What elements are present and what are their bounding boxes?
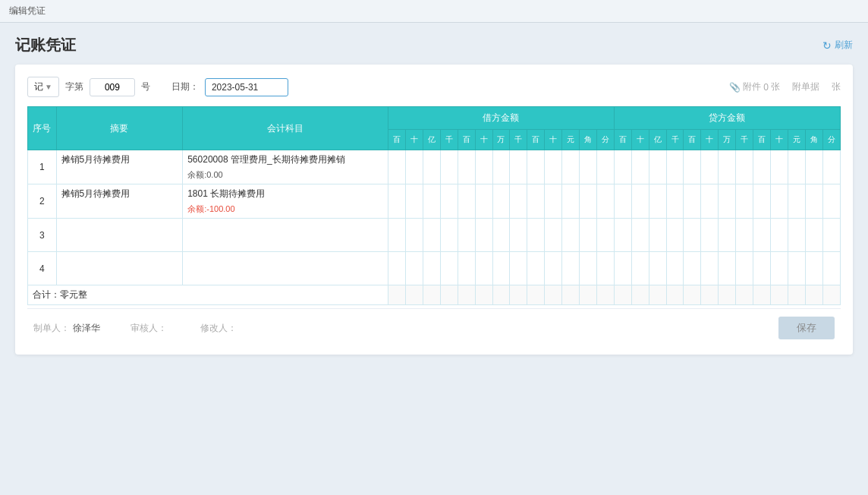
r2-d12[interactable]: [580, 184, 597, 219]
r1-c3[interactable]: [649, 150, 666, 184]
r1-c9[interactable]: [753, 150, 771, 184]
r3-d8[interactable]: [510, 219, 527, 252]
r2-c12[interactable]: [805, 184, 822, 219]
r2-c5[interactable]: [684, 184, 701, 219]
r1-c8[interactable]: [736, 150, 753, 184]
r2-c4[interactable]: [666, 184, 684, 219]
r2-c2[interactable]: [631, 184, 649, 219]
r3-d1[interactable]: [388, 219, 406, 252]
r2-d13[interactable]: [596, 184, 614, 219]
r1-d13[interactable]: [596, 150, 614, 184]
r1-d4[interactable]: [440, 150, 458, 184]
r2-d5[interactable]: [458, 184, 475, 219]
r3-c12[interactable]: [805, 219, 822, 252]
r1-d8[interactable]: [510, 150, 527, 184]
row2-account[interactable]: 1801 长期待摊费用 余额:-100.00: [183, 184, 388, 219]
r1-d1[interactable]: [388, 150, 406, 184]
r4-c7[interactable]: [719, 252, 736, 285]
r4-c9[interactable]: [753, 252, 771, 285]
r3-c9[interactable]: [753, 219, 771, 252]
r1-c6[interactable]: [701, 150, 719, 184]
r1-d2[interactable]: [405, 150, 423, 184]
row1-account[interactable]: 56020008 管理费用_长期待摊费用摊销 余额:0.00: [183, 150, 388, 184]
r1-c4[interactable]: [666, 150, 684, 184]
zi-number-input[interactable]: [90, 78, 135, 96]
r1-d7[interactable]: [492, 150, 510, 184]
r4-c1[interactable]: [614, 252, 631, 285]
r3-c8[interactable]: [736, 219, 753, 252]
r4-d12[interactable]: [580, 252, 597, 285]
r2-c10[interactable]: [771, 184, 788, 219]
r2-c6[interactable]: [701, 184, 719, 219]
r3-d12[interactable]: [580, 219, 597, 252]
r2-d11[interactable]: [562, 184, 580, 219]
r4-d10[interactable]: [545, 252, 562, 285]
r3-c13[interactable]: [822, 219, 840, 252]
save-button[interactable]: 保存: [778, 317, 835, 339]
r1-d3[interactable]: [423, 150, 440, 184]
r3-d7[interactable]: [492, 219, 510, 252]
r4-d7[interactable]: [492, 252, 510, 285]
r4-d4[interactable]: [440, 252, 458, 285]
row4-account[interactable]: [183, 252, 388, 285]
r1-d6[interactable]: [475, 150, 492, 184]
r4-d5[interactable]: [458, 252, 475, 285]
r4-c12[interactable]: [805, 252, 822, 285]
r4-c4[interactable]: [666, 252, 684, 285]
r4-d8[interactable]: [510, 252, 527, 285]
r3-c3[interactable]: [649, 219, 666, 252]
r1-d9[interactable]: [527, 150, 545, 184]
r2-d9[interactable]: [527, 184, 545, 219]
r1-d10[interactable]: [545, 150, 562, 184]
r4-c2[interactable]: [631, 252, 649, 285]
r3-d13[interactable]: [596, 219, 614, 252]
r1-c13[interactable]: [822, 150, 840, 184]
row3-summary[interactable]: [56, 219, 183, 252]
r1-c7[interactable]: [719, 150, 736, 184]
r1-c12[interactable]: [805, 150, 822, 184]
r4-c3[interactable]: [649, 252, 666, 285]
row1-summary[interactable]: 摊销5月待摊费用: [56, 150, 183, 184]
r1-c5[interactable]: [684, 150, 701, 184]
row3-account[interactable]: [183, 219, 388, 252]
r4-c5[interactable]: [684, 252, 701, 285]
r4-c11[interactable]: [788, 252, 805, 285]
r2-c8[interactable]: [736, 184, 753, 219]
r4-d13[interactable]: [596, 252, 614, 285]
r2-c13[interactable]: [822, 184, 840, 219]
ji-select[interactable]: 记 ▼: [27, 77, 59, 97]
r1-c1[interactable]: [614, 150, 631, 184]
r1-d5[interactable]: [458, 150, 475, 184]
r3-d2[interactable]: [405, 219, 423, 252]
r2-c1[interactable]: [614, 184, 631, 219]
r4-d9[interactable]: [527, 252, 545, 285]
r2-c7[interactable]: [719, 184, 736, 219]
r3-c10[interactable]: [771, 219, 788, 252]
r4-c8[interactable]: [736, 252, 753, 285]
r4-d2[interactable]: [405, 252, 423, 285]
r2-d10[interactable]: [545, 184, 562, 219]
row2-summary[interactable]: 摊销5月待摊费用: [56, 184, 183, 219]
r3-d9[interactable]: [527, 219, 545, 252]
r2-d4[interactable]: [440, 184, 458, 219]
r4-d11[interactable]: [562, 252, 580, 285]
r3-c6[interactable]: [701, 219, 719, 252]
r4-c13[interactable]: [822, 252, 840, 285]
r1-c10[interactable]: [771, 150, 788, 184]
r1-c11[interactable]: [788, 150, 805, 184]
r2-d7[interactable]: [492, 184, 510, 219]
r3-c11[interactable]: [788, 219, 805, 252]
r3-c1[interactable]: [614, 219, 631, 252]
r3-d4[interactable]: [440, 219, 458, 252]
date-input[interactable]: [205, 78, 288, 96]
r3-d5[interactable]: [458, 219, 475, 252]
r2-d3[interactable]: [423, 184, 440, 219]
r1-c2[interactable]: [631, 150, 649, 184]
r3-c2[interactable]: [631, 219, 649, 252]
r4-d1[interactable]: [388, 252, 406, 285]
r4-c6[interactable]: [701, 252, 719, 285]
r2-d1[interactable]: [388, 184, 406, 219]
row4-summary[interactable]: [56, 252, 183, 285]
r3-d6[interactable]: [475, 219, 492, 252]
r3-d11[interactable]: [562, 219, 580, 252]
